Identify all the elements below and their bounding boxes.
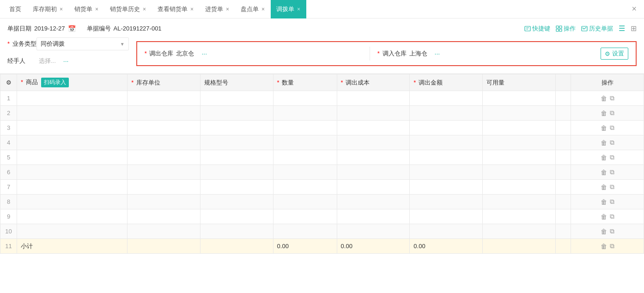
row-amount[interactable]: [410, 195, 483, 209]
settings-col-icon[interactable]: ⚙: [6, 79, 12, 86]
row-product[interactable]: [17, 224, 128, 239]
delete-row-btn[interactable]: 🗑: [601, 213, 607, 220]
row-amount[interactable]: [410, 224, 483, 239]
row-amount[interactable]: [410, 150, 483, 165]
row-spec[interactable]: [200, 209, 273, 224]
row-unit[interactable]: [128, 180, 200, 195]
tab-close-inventory-init[interactable]: ×: [60, 6, 63, 12]
tab-close-transfer[interactable]: ×: [297, 6, 300, 12]
delete-row-btn[interactable]: 🗑: [601, 169, 607, 176]
row-qty[interactable]: [273, 121, 337, 135]
copy-last-btn[interactable]: ⧉: [610, 242, 614, 250]
tab-inventory-init[interactable]: 库存期初 ×: [27, 0, 69, 18]
row-product[interactable]: [17, 180, 128, 195]
row-cost[interactable]: [337, 224, 410, 239]
row-spec[interactable]: [200, 135, 273, 150]
row-cost[interactable]: [337, 209, 410, 224]
row-product[interactable]: [17, 121, 128, 135]
tab-close-sales-history[interactable]: ×: [143, 6, 146, 12]
row-unit[interactable]: [128, 165, 200, 180]
copy-row-btn[interactable]: ⧉: [610, 213, 614, 220]
delete-last-btn[interactable]: 🗑: [601, 243, 607, 250]
copy-row-btn[interactable]: ⧉: [610, 227, 614, 235]
row-spec[interactable]: [200, 224, 273, 239]
row-cost[interactable]: [337, 150, 410, 165]
copy-row-btn[interactable]: ⧉: [610, 124, 614, 132]
history-btn[interactable]: 历史单据: [581, 24, 613, 33]
row-avail[interactable]: [483, 180, 556, 195]
tab-close-view-sales[interactable]: ×: [190, 6, 194, 12]
tab-home[interactable]: 首页: [4, 0, 27, 18]
row-product[interactable]: [17, 195, 128, 209]
tab-stocktake[interactable]: 盘点单 ×: [235, 0, 271, 18]
biz-select[interactable]: 同价调拨 ▼: [36, 37, 129, 50]
copy-row-btn[interactable]: ⧉: [610, 198, 614, 206]
handler-input[interactable]: 选择...: [35, 55, 60, 67]
calendar-icon[interactable]: 📅: [68, 25, 76, 32]
copy-row-btn[interactable]: ⧉: [610, 109, 614, 117]
row-amount[interactable]: [410, 209, 483, 224]
tab-view-sales[interactable]: 查看销货单 ×: [152, 0, 200, 18]
row-qty[interactable]: [273, 135, 337, 150]
copy-row-btn[interactable]: ⧉: [610, 183, 614, 191]
layout-btn1[interactable]: ☰: [619, 24, 625, 33]
delete-row-btn[interactable]: 🗑: [601, 183, 607, 191]
row-product[interactable]: [17, 209, 128, 224]
tab-transfer[interactable]: 调拨单 ×: [271, 0, 306, 18]
warehouse-out-more-btn[interactable]: ···: [201, 50, 207, 57]
row-qty[interactable]: [273, 91, 337, 106]
row-product[interactable]: [17, 91, 128, 106]
row-qty[interactable]: [273, 150, 337, 165]
row-unit[interactable]: [128, 150, 200, 165]
tab-sales-history[interactable]: 销货单历史 ×: [104, 0, 152, 18]
row-avail[interactable]: [483, 91, 556, 106]
row-amount[interactable]: [410, 135, 483, 150]
row-spec[interactable]: [200, 165, 273, 180]
delete-row-btn[interactable]: 🗑: [601, 110, 607, 117]
scan-entry-btn[interactable]: 扫码录入: [41, 78, 69, 87]
settings-button[interactable]: ⚙ 设置: [601, 48, 628, 60]
row-avail[interactable]: [483, 195, 556, 209]
delete-row-btn[interactable]: 🗑: [601, 198, 607, 206]
row-amount[interactable]: [410, 121, 483, 135]
row-unit[interactable]: [128, 224, 200, 239]
row-qty[interactable]: [273, 209, 337, 224]
row-qty[interactable]: [273, 106, 337, 121]
row-cost[interactable]: [337, 91, 410, 106]
row-avail[interactable]: [483, 209, 556, 224]
tab-close-stocktake[interactable]: ×: [261, 6, 265, 12]
row-amount[interactable]: [410, 91, 483, 106]
row-unit[interactable]: [128, 195, 200, 209]
tab-purchase[interactable]: 进货单 ×: [200, 0, 235, 18]
copy-row-btn[interactable]: ⧉: [610, 168, 614, 176]
layout-btn2[interactable]: ⊞: [631, 24, 637, 33]
row-product[interactable]: [17, 165, 128, 180]
row-cost[interactable]: [337, 106, 410, 121]
row-unit[interactable]: [128, 121, 200, 135]
row-spec[interactable]: [200, 195, 273, 209]
window-close-button[interactable]: ×: [628, 4, 640, 14]
warehouse-in-more-btn[interactable]: ···: [435, 50, 440, 57]
shortcut-btn[interactable]: 快捷键: [524, 24, 550, 33]
tab-close-purchase[interactable]: ×: [226, 6, 229, 12]
tab-sales[interactable]: 销货单 ×: [69, 0, 104, 18]
row-cost[interactable]: [337, 165, 410, 180]
operate-btn[interactable]: 操作: [556, 24, 576, 33]
delete-row-btn[interactable]: 🗑: [601, 95, 607, 102]
row-qty[interactable]: [273, 165, 337, 180]
row-qty[interactable]: [273, 195, 337, 209]
row-spec[interactable]: [200, 121, 273, 135]
row-avail[interactable]: [483, 165, 556, 180]
row-amount[interactable]: [410, 106, 483, 121]
row-qty[interactable]: [273, 180, 337, 195]
row-cost[interactable]: [337, 135, 410, 150]
row-spec[interactable]: [200, 106, 273, 121]
row-spec[interactable]: [200, 91, 273, 106]
row-amount[interactable]: [410, 180, 483, 195]
tab-close-sales[interactable]: ×: [95, 6, 98, 12]
row-qty[interactable]: [273, 224, 337, 239]
row-avail[interactable]: [483, 224, 556, 239]
delete-row-btn[interactable]: 🗑: [601, 124, 607, 132]
delete-row-btn[interactable]: 🗑: [601, 228, 607, 235]
row-product[interactable]: [17, 135, 128, 150]
